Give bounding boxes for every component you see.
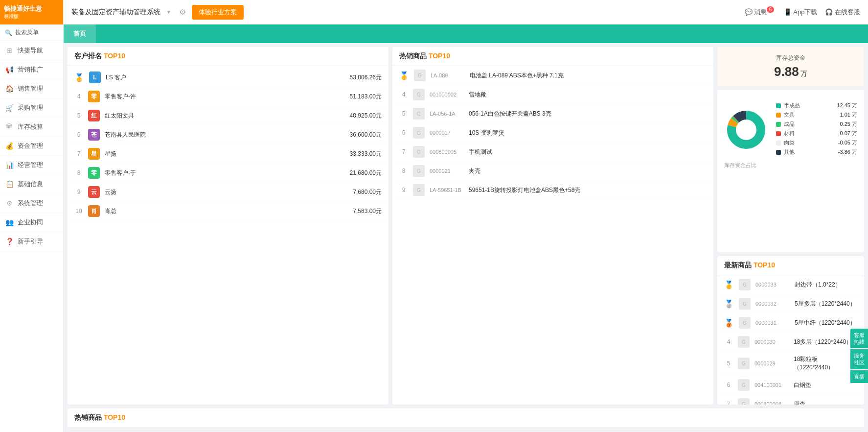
- product-name: 原查: [794, 400, 857, 405]
- topbar: 装备及固定资产辅助管理系统 ▼ ⚙ 体验行业方案 💬 消息 6 📱 App下载 …: [64, 0, 868, 24]
- sidebar-item-新手引导[interactable]: ❓新手引导: [0, 232, 63, 251]
- product-code: 001000002: [430, 92, 464, 97]
- nav-label: 销售管理: [18, 84, 43, 93]
- product-name: 5厘多层（1220*2440）: [795, 300, 857, 308]
- rank-number: 5: [724, 360, 733, 367]
- trial-button[interactable]: 体验行业方案: [192, 5, 244, 20]
- legend-name: 材料: [784, 130, 837, 137]
- product-code: 000800008: [754, 401, 789, 405]
- product-name: 电池盖 LA-089 ABS本色+黑种 7.1克: [470, 72, 707, 80]
- customer-name: 肖总: [105, 207, 348, 216]
- latest-product-row: 🥉 G 0000031 5厘中纤（1220*2440）: [717, 313, 864, 333]
- nav-icon: 💰: [5, 142, 14, 150]
- product-name: 5厘中纤（1220*2440）: [795, 319, 857, 327]
- customer-row: 9 云 云扬 7,680.00元: [68, 183, 388, 202]
- product-image: G: [413, 127, 425, 139]
- messages-label: 消息: [754, 8, 767, 16]
- sidebar-item-系统管理[interactable]: ⚙系统管理: [0, 194, 63, 213]
- customer-amount: 36,600.00元: [350, 131, 382, 139]
- sidebar-item-采购管理[interactable]: 🛒采购管理: [0, 98, 63, 118]
- gold-medal-icon: 🥇: [74, 73, 84, 82]
- hot-middle-title: 热销商品 TOP10: [399, 52, 450, 61]
- silver-medal-icon: 🥈: [724, 299, 734, 309]
- sidebar-item-资金管理[interactable]: 💰资金管理: [0, 137, 63, 156]
- customer-amount: 51,183.00元: [350, 93, 382, 101]
- inventory-value-row: 9.88 万: [724, 64, 857, 79]
- customer-name: 星扬: [105, 150, 345, 158]
- nav-label: 基础信息: [18, 180, 43, 189]
- app-download-link[interactable]: 📱 App下载: [784, 8, 817, 17]
- latest-products-card: 最新商品 TOP10 🥇 G 0000033 封边带（1.0*22） 🥈 G 0…: [717, 256, 864, 405]
- legend-dot: [776, 141, 781, 145]
- bronze-medal-icon: 🥉: [724, 318, 734, 328]
- customer-panel-header: 客户排名 TOP10: [68, 47, 388, 66]
- inventory-unit: 万: [800, 70, 807, 77]
- nav-icon: ❓: [5, 237, 14, 246]
- sidebar-item-销售管理[interactable]: 🏠销售管理: [0, 79, 63, 98]
- product-image: G: [414, 70, 426, 81]
- nav-icon: ⚙: [5, 199, 14, 208]
- customer-row: 7 星 星扬 33,333.00元: [68, 144, 388, 164]
- message-icon: 💬: [745, 8, 753, 16]
- search-menu-label: 搜索菜单: [15, 28, 39, 37]
- customer-name: 零售客户-许: [105, 93, 345, 101]
- sidebar-item-经营管理[interactable]: 📊经营管理: [0, 156, 63, 175]
- hot-product-row: 🥇 0000001 中华神器: [68, 428, 864, 428]
- dropdown-arrow-icon[interactable]: ▼: [166, 9, 171, 15]
- product-row: 5 G LA-056-1A 056-1A白色按键开关盖ABS 3壳: [392, 104, 713, 123]
- product-code: LA-056-1A: [430, 111, 464, 117]
- product-image: G: [413, 165, 425, 177]
- gold-medal-icon: 🥇: [724, 280, 734, 289]
- legend-value: -0.05 万: [838, 139, 857, 146]
- rank-number: 8: [74, 169, 83, 176]
- sidebar-item-营销推广[interactable]: 📢营销推广: [0, 60, 63, 79]
- hot-products-middle-list: 🥇 G LA-089 电池盖 LA-089 ABS本色+黑种 7.1克 4 G …: [392, 66, 713, 200]
- inventory-chart-card: 半成品 12.45 万 文具 1.01 万 成品 0.25 万 材料 0.07 …: [717, 90, 864, 252]
- main-area: 装备及固定资产辅助管理系统 ▼ ⚙ 体验行业方案 💬 消息 6 📱 App下载 …: [64, 0, 868, 432]
- customer-avatar: 零: [88, 167, 100, 179]
- nav-label: 营销推广: [18, 65, 43, 74]
- service-community-btn[interactable]: 服务社区: [850, 349, 868, 369]
- search-menu[interactable]: 🔍 搜索菜单: [0, 24, 63, 41]
- customer-service-btn[interactable]: 客服热线: [850, 329, 868, 349]
- customer-amount: 33,333.00元: [350, 150, 382, 158]
- settings-icon[interactable]: ⚙: [179, 7, 186, 17]
- product-image: G: [413, 89, 425, 100]
- nav-icon: 🏛: [5, 122, 14, 131]
- product-code: 0000017: [430, 130, 464, 136]
- sidebar-item-基础信息[interactable]: 📋基础信息: [0, 175, 63, 194]
- customer-avatar: 红: [88, 110, 100, 121]
- sidebar-item-快捷导航[interactable]: ⊞快捷导航: [0, 41, 63, 60]
- messages-link[interactable]: 💬 消息 6: [745, 8, 777, 17]
- tab-home[interactable]: 首页: [64, 24, 96, 43]
- sidebar-nav: ⊞快捷导航📢营销推广🏠销售管理🛒采购管理🏛库存核算💰资金管理📊经营管理📋基础信息…: [0, 41, 63, 251]
- sidebar-item-企业协同[interactable]: 👥企业协同: [0, 213, 63, 232]
- latest-products-list: 🥇 G 0000033 封边带（1.0*22） 🥈 G 0000032 5厘多层…: [717, 275, 864, 405]
- nav-label: 资金管理: [18, 142, 43, 150]
- donut-container: 半成品 12.45 万 文具 1.01 万 成品 0.25 万 材料 0.07 …: [724, 102, 857, 158]
- rank-number: 6: [399, 129, 408, 136]
- latest-product-row: 4 G 0000030 18多层（1220*2440）: [717, 333, 864, 352]
- app-download-label: App下载: [793, 8, 817, 16]
- customer-name: 苍南县人民医院: [105, 131, 345, 139]
- product-code: 0000031: [755, 320, 790, 326]
- customer-row: 🥇 L LS 客户 53,006.26元: [68, 68, 388, 87]
- legend-dot: [776, 113, 781, 118]
- sidebar: 畅捷通好生意 标准版 🔍 搜索菜单 ⊞快捷导航📢营销推广🏠销售管理🛒采购管理🏛库…: [0, 0, 64, 432]
- rank-number: 4: [399, 91, 408, 98]
- product-code: 0000030: [754, 339, 789, 345]
- nav-icon: 👥: [5, 218, 14, 227]
- svg-point-6: [736, 120, 756, 140]
- legend-dot: [776, 131, 781, 136]
- sidebar-item-库存核算[interactable]: 🏛库存核算: [0, 118, 63, 137]
- latest-title: 最新商品 TOP10: [724, 261, 775, 270]
- live-stream-btn[interactable]: 直播: [850, 370, 868, 383]
- product-code: 004100001: [754, 382, 789, 388]
- rank-number: 9: [399, 187, 408, 193]
- legend-name: 肉类: [784, 139, 835, 146]
- legend-item: 肉类 -0.05 万: [776, 139, 857, 146]
- system-title: 装备及固定资产辅助管理系统: [71, 8, 160, 17]
- product-code: 000800005: [430, 149, 464, 155]
- customer-panel-title: 客户排名 TOP10: [74, 52, 125, 61]
- online-service-link[interactable]: 🎧 在线客服: [825, 8, 860, 17]
